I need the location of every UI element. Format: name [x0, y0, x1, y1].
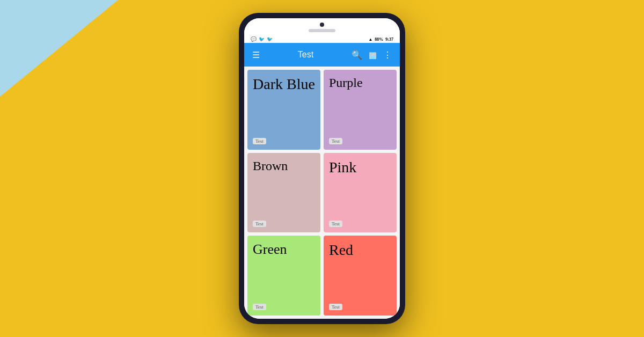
- card-pink[interactable]: Pink Test: [324, 153, 397, 233]
- more-icon[interactable]: ⋮: [380, 50, 394, 60]
- wifi-icon: ▲: [368, 37, 372, 42]
- status-right-info: ▲ 88% 9:37: [368, 37, 393, 42]
- card-brown-title: Brown: [253, 158, 315, 174]
- card-purple-title: Purple: [329, 75, 391, 91]
- phone-bezel: [244, 18, 400, 35]
- message-icon: 💬: [251, 36, 257, 42]
- front-camera: [320, 23, 324, 27]
- twitter-icon-2: 🐦: [267, 36, 273, 42]
- card-dark-blue[interactable]: Dark Blue Test: [247, 70, 320, 150]
- card-red[interactable]: Red Test: [324, 236, 397, 316]
- card-dark-blue-badge: Test: [253, 138, 266, 144]
- card-pink-badge: Test: [329, 221, 342, 227]
- menu-icon[interactable]: ☰: [250, 50, 262, 60]
- content-grid: Dark Blue Test Purple Test Brown Test Pi…: [244, 67, 400, 319]
- battery-level: 88%: [375, 37, 383, 42]
- card-red-title: Red: [329, 241, 391, 259]
- phone-speaker: [309, 29, 335, 32]
- card-purple-badge: Test: [329, 138, 342, 144]
- card-dark-blue-title: Dark Blue: [253, 75, 315, 93]
- twitter-icon-1: 🐦: [259, 36, 265, 42]
- card-pink-title: Pink: [329, 158, 391, 177]
- status-left-icons: 💬 🐦 🐦: [251, 36, 273, 42]
- card-brown[interactable]: Brown Test: [247, 153, 320, 233]
- search-icon[interactable]: 🔍: [349, 50, 365, 60]
- clock: 9:37: [385, 37, 393, 42]
- card-red-badge: Test: [329, 304, 342, 310]
- app-bar-right-icons: 🔍 ▦ ⋮: [349, 50, 394, 60]
- phone-screen: 💬 🐦 🐦 ▲ 88% 9:37 ☰ Test 🔍 ▦ ⋮ Dark Bl: [244, 18, 400, 319]
- app-bar: ☰ Test 🔍 ▦ ⋮: [244, 43, 400, 67]
- card-purple[interactable]: Purple Test: [324, 70, 397, 150]
- phone-device: 💬 🐦 🐦 ▲ 88% 9:37 ☰ Test 🔍 ▦ ⋮ Dark Bl: [239, 13, 405, 324]
- status-bar: 💬 🐦 🐦 ▲ 88% 9:37: [244, 35, 400, 43]
- app-title: Test: [262, 50, 349, 60]
- card-brown-badge: Test: [253, 221, 266, 227]
- card-green[interactable]: Green Test: [247, 236, 320, 316]
- grid-icon[interactable]: ▦: [366, 50, 379, 60]
- card-green-badge: Test: [253, 304, 266, 310]
- background-corner: [0, 0, 118, 97]
- card-green-title: Green: [253, 241, 315, 258]
